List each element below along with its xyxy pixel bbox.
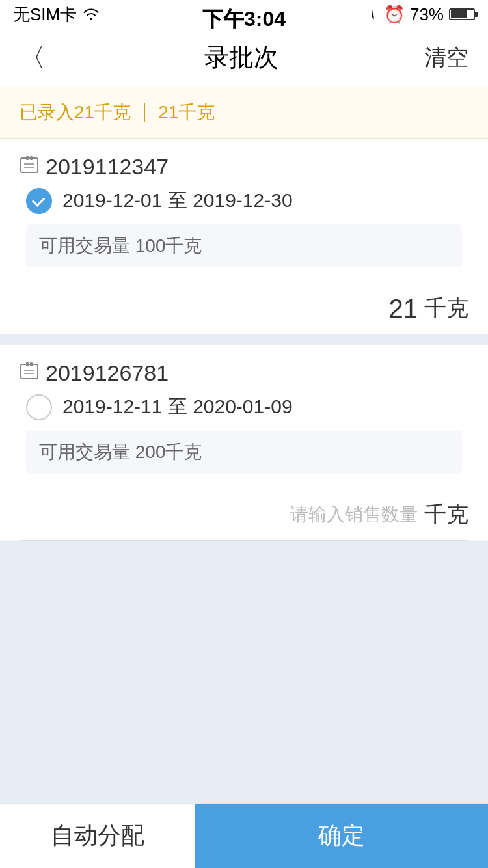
recorded-label: 已录入21千克	[20, 100, 131, 125]
batch-availability-2: 可用交易量 200千克	[26, 431, 462, 474]
batch-number-1: 2019112347	[46, 154, 169, 180]
quantity-row-1: 千克	[0, 283, 488, 334]
batch-date-2: 2019-12-11 至 2020-01-09	[62, 394, 293, 420]
status-bar: 无SIM卡 下午3:04 ⏰ 73%	[0, 0, 488, 29]
batch-date-1: 2019-12-01 至 2019-12-30	[62, 187, 293, 214]
status-left: 无SIM卡	[13, 3, 100, 26]
back-button[interactable]: 〈	[20, 40, 59, 75]
quantity-placeholder-2: 请输入销售数量	[290, 502, 418, 527]
total-label: 21千克	[158, 100, 215, 125]
svg-rect-5	[21, 364, 38, 379]
location-icon	[367, 5, 379, 25]
batch-radio-1[interactable]	[26, 188, 52, 214]
svg-rect-7	[30, 362, 33, 366]
batch-date-row-2[interactable]: 2019-12-11 至 2020-01-09	[20, 394, 468, 420]
quantity-row-2: 请输入销售数量 千克	[0, 489, 488, 540]
svg-rect-2	[30, 156, 33, 160]
carrier-text: 无SIM卡	[13, 3, 77, 26]
nav-bar: 〈 录批次 清空	[0, 29, 488, 87]
confirm-button[interactable]: 确定	[195, 804, 488, 868]
quantity-input-1[interactable]	[340, 294, 418, 323]
battery-icon	[449, 8, 475, 20]
batch-number-2: 2019126781	[46, 360, 169, 386]
quantity-unit-1: 千克	[424, 293, 468, 323]
svg-rect-6	[26, 362, 29, 366]
quantity-unit-2: 千克	[424, 500, 468, 530]
batch-item-2: 2019126781 2019-12-11 至 2020-01-09 可用交易量…	[0, 345, 488, 489]
status-right: ⏰ 73%	[367, 5, 475, 25]
batch-icon-2	[20, 362, 39, 385]
wifi-icon	[82, 5, 100, 25]
auto-assign-button[interactable]: 自动分配	[0, 804, 195, 868]
info-banner: 已录入21千克 21千克	[0, 87, 488, 139]
batch-header-2: 2019126781	[20, 360, 468, 386]
batch-item-1: 2019112347 2019-12-01 至 2019-12-30 可用交易量…	[0, 139, 488, 283]
page-title: 录批次	[204, 41, 278, 74]
alarm-icon: ⏰	[384, 5, 405, 25]
bottom-area	[0, 541, 488, 814]
svg-rect-0	[21, 158, 38, 172]
svg-rect-1	[26, 156, 29, 160]
batch-date-row-1[interactable]: 2019-12-01 至 2019-12-30	[20, 187, 468, 214]
battery-percent: 73%	[410, 5, 444, 25]
clear-button[interactable]: 清空	[424, 43, 468, 73]
batch-header-1: 2019112347	[20, 154, 468, 180]
status-time: 下午3:04	[202, 5, 286, 34]
banner-divider	[144, 103, 145, 122]
section-separator	[0, 334, 488, 345]
batch-radio-2[interactable]	[26, 394, 52, 420]
batch-icon-1	[20, 156, 39, 178]
batch-availability-1: 可用交易量 100千克	[26, 224, 462, 267]
footer: 自动分配 确定	[0, 803, 488, 868]
